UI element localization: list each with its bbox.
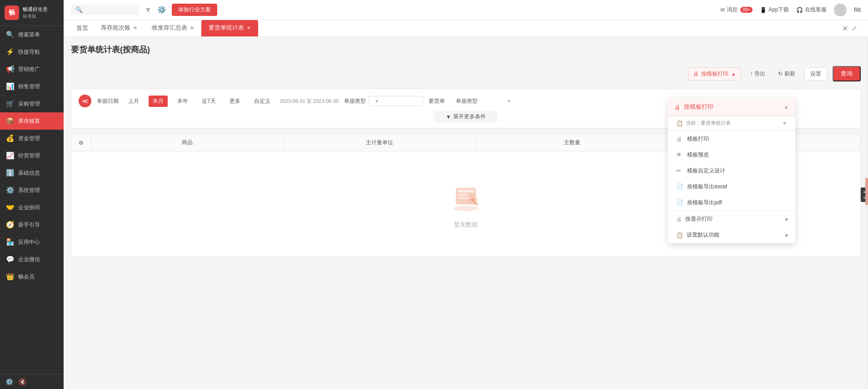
tab-batch-account[interactable]: 库存批次账 ✕ [94,20,145,36]
tab-home[interactable]: 首页 [71,20,94,36]
app-icon: 📱 [760,7,767,13]
doc-type-filter: 单据类型 ▼ [344,96,423,106]
th-quantity: 主数量 [476,134,668,151]
system-icon: ⚙️ [5,186,15,194]
message-icon: ✉ [720,7,725,13]
dropdown-group-section: 🖨 按显示打印 ▶ 📋 设置默认功能 ▶ [668,211,795,243]
refresh-btn[interactable]: ↻ 刷新 [774,68,799,80]
content-area: 要货单统计表(按商品) 🖨 按模板打印 ▲ ↑ 导出 ↻ 刷新 设置 查询 ≪ [64,37,868,389]
dropdown-template-design[interactable]: ✏ 模板自定义设计 [668,163,795,179]
dropdown-current-section: 📋 当前：要货单统计表 ▼ [668,116,795,131]
sidebar-item-marketing[interactable]: 📢 营销推广 [0,61,64,78]
toolbar: 🖨 按模板打印 ▲ ↑ 导出 ↻ 刷新 设置 查询 [71,62,861,85]
query-btn[interactable]: 查询 [833,66,861,81]
app-download-action[interactable]: 📱 App下载 [760,6,789,14]
tab-close-batch-account[interactable]: ✕ [133,25,137,31]
settings-btn[interactable]: 设置 [804,67,827,81]
mute-icon[interactable]: 🔇 [19,378,26,385]
scroll-indicator [865,37,868,389]
inventory-icon: 📦 [5,117,15,125]
date-current-month-btn[interactable]: 本月 [149,96,168,107]
topbar-settings-icon[interactable]: ⚙️ [157,5,166,14]
sidebar-item-shortcut[interactable]: ⚡ 快捷导航 [0,43,64,61]
doc-type-label: 单据类型 [344,97,366,105]
online-support-action[interactable]: 🎧 在线客服 [796,6,827,14]
print-icon: 🖨 [693,71,698,77]
sidebar-item-corp[interactable]: 🤝 企业协同 [0,199,64,216]
scroll-thumb[interactable] [865,178,868,205]
shortcut-icon: ⚡ [5,48,15,56]
dropdown-header[interactable]: 🖨 按模板打印 ▲ [668,98,795,116]
maximize-window-icon[interactable]: ⤢ [852,25,857,32]
dropdown-display-print[interactable]: 🖨 按显示打印 ▶ [668,211,795,227]
template-pdf-icon: 📄 [676,199,683,206]
svg-rect-3 [458,194,469,196]
dropdown-arrow-icon[interactable]: ▼ [145,6,152,14]
tab-close-receipt-summary[interactable]: ✕ [190,25,194,31]
set-default-arrow: ▶ [785,232,789,237]
apps-icon: 🏪 [5,238,15,246]
search-icon: 🔍 [5,30,15,39]
print-dropdown-menu: 🖨 按模板打印 ▲ 📋 当前：要货单统计表 ▼ 🖨 模板打印 [668,98,795,243]
sidebar-item-member[interactable]: 👑 畅会员 [0,268,64,285]
close-window-icon[interactable]: ✕ [842,24,848,33]
avatar[interactable] [834,4,847,16]
filter-collapse-btn[interactable]: ≪ [79,95,91,107]
th-settings[interactable]: ⚙ [71,135,91,151]
dropdown-template-excel[interactable]: 📄 按模板导出excel [668,179,795,195]
brand-icon: 畅 [5,5,19,20]
date-custom-btn[interactable]: 自定义 [250,96,274,107]
export-btn[interactable]: ↑ 导出 [746,68,769,80]
dropdown-template-print[interactable]: 🖨 模板打印 [668,131,795,147]
sidebar-item-sales[interactable]: 📊 销售管理 [0,78,64,95]
tab-receipt-summary[interactable]: 收发存汇总表 ✕ [145,20,201,36]
page-title: 要货单统计表(按商品) [71,44,861,55]
basic-icon: ℹ️ [5,169,15,177]
select-dropdown-icon: ▼ [374,99,379,104]
date-prev-month-btn[interactable]: 上月 [124,96,143,107]
sidebar-nav: ⚡ 快捷导航 📢 营销推广 📊 销售管理 🛒 采购管理 📦 库存核算 💰 资金管… [0,43,64,374]
doc-type-select[interactable]: ▼ [369,96,423,106]
th-goods: 商品 [91,134,284,151]
doc-type-dropdown-icon: ▼ [507,99,511,104]
filter-expand-btn[interactable]: ▼ 展开更多条件 [434,111,498,122]
topbar-actions: ✉ 消息 99+ 📱 App下载 🎧 在线客服 Rit [720,4,861,16]
sidebar-item-purchase[interactable]: 🛒 采购管理 [0,95,64,112]
doc-type-filter2: 单据类型 ▼ [456,97,511,105]
headphone-icon: 🎧 [796,7,803,13]
topbar-search-box[interactable]: 🔍 [71,5,139,15]
date-more-btn[interactable]: 更多 [225,96,244,107]
sidebar-item-guide[interactable]: 🧭 新手引导 [0,216,64,233]
tabs-bar: 首页 库存批次账 ✕ 收发存汇总表 ✕ 要货单统计表 ✕ ✕ ⤢ [64,20,868,37]
sidebar-item-finance[interactable]: 💰 资金管理 [0,130,64,147]
settings-bottom-icon[interactable]: ⚙️ [5,378,13,385]
sales-icon: 📊 [5,82,15,91]
display-print-icon: 🖨 [676,216,682,222]
marketing-icon: 📢 [5,65,15,73]
template-design-icon: ✏ [676,167,683,174]
search-input[interactable] [85,7,135,13]
sidebar-item-apps[interactable]: 🏪 应用中心 [0,233,64,251]
sidebar-item-system[interactable]: ⚙️ 系统管理 [0,182,64,199]
search-menu-item[interactable]: 🔍 搜索菜单 [0,26,64,43]
current-template-label[interactable]: 📋 当前：要货单统计表 ▼ [668,116,795,131]
cargo-label: 要货单 [429,97,445,105]
sidebar-item-wechat[interactable]: 💬 企业微信 [0,251,64,268]
dropdown-template-pdf[interactable]: 📄 按模板导出pdf [668,195,795,211]
date-current-year-btn[interactable]: 本年 [173,96,192,107]
print-dropdown-icon: 🖨 [674,104,680,111]
print-template-btn[interactable]: 🖨 按模板打印 ▲ [688,67,741,81]
dropdown-set-default[interactable]: 📋 设置默认功能 ▶ [668,227,795,243]
trial-button[interactable]: 体验行业方案 [172,4,217,16]
tab-order-stats[interactable]: 要货单统计表 ✕ [201,20,258,36]
date-last-7-days-btn[interactable]: 近7天 [198,96,220,107]
sidebar-item-operation[interactable]: 📈 经营管理 [0,147,64,164]
template-excel-icon: 📄 [676,183,683,190]
messages-action[interactable]: ✉ 消息 99+ [720,6,753,14]
sidebar-logo: 畅 畅通好生意 标准版 [0,0,64,26]
tab-close-order-stats[interactable]: ✕ [247,25,251,31]
dropdown-template-preview[interactable]: 👁 模板预览 [668,147,795,163]
sidebar-item-inventory[interactable]: 📦 库存核算 [0,112,64,130]
export-icon: ↑ [750,71,753,77]
sidebar-item-basic[interactable]: ℹ️ 基础信息 [0,164,64,182]
